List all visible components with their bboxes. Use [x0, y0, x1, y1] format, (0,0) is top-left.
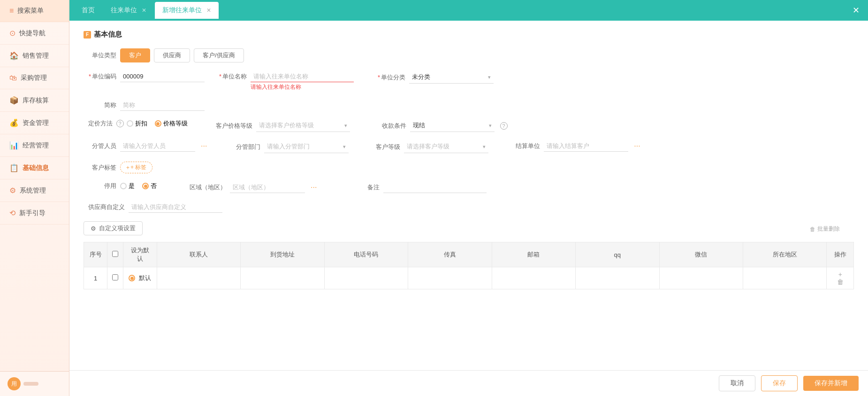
col-checkbox[interactable] — [107, 242, 123, 267]
add-row-btn[interactable]: + — [837, 271, 844, 278]
default-radio[interactable]: 默认 — [128, 274, 152, 282]
address-input[interactable] — [245, 275, 319, 282]
cell-phone[interactable] — [324, 267, 408, 289]
cell-wechat[interactable] — [659, 267, 743, 289]
form: 单位类型 客户 供应商 客户/供应商 *单位编码 — [84, 48, 854, 213]
sidebar-item-sales[interactable]: 🏠 销售管理 — [0, 45, 69, 67]
settlement-unit-label: 结算单位 — [512, 142, 540, 150]
sidebar-item-basics[interactable]: 📋 基础信息 — [0, 157, 69, 179]
remark-input[interactable] — [383, 182, 487, 193]
add-tag-btn[interactable]: + + 标签 — [120, 162, 152, 173]
select-all-checkbox[interactable] — [112, 251, 118, 257]
close-partner-new-tab[interactable]: ✕ — [206, 7, 211, 14]
pricing-help-icon[interactable]: ? — [116, 120, 124, 127]
type-both-btn[interactable]: 客户/供应商 — [194, 48, 244, 62]
unit-code-input[interactable] — [120, 71, 205, 82]
disable-row: 停用 是 否 区域（地区） ··· — [88, 182, 849, 193]
close-all-tabs[interactable]: ✕ — [849, 5, 863, 16]
short-name-input[interactable] — [120, 100, 205, 111]
payment-terms-select[interactable]: 现结 ▾ — [410, 119, 495, 132]
cell-action: + 🗑 — [827, 267, 854, 289]
disable-radio-group: 是 否 — [120, 182, 157, 190]
section-title: F 基本信息 — [84, 30, 854, 39]
col-action: 操作 — [827, 242, 854, 267]
settlement-more-btn[interactable]: ··· — [632, 142, 642, 150]
region-input[interactable] — [230, 182, 305, 193]
delete-row-btn[interactable]: 🗑 — [836, 278, 845, 286]
cell-fax[interactable] — [408, 267, 492, 289]
cell-qq[interactable] — [576, 267, 660, 289]
tab-partner-list[interactable]: 往来单位 ✕ — [103, 2, 154, 19]
customer-level-select[interactable]: 请选择客户等级 ▾ — [404, 140, 488, 153]
default-radio-circle — [129, 275, 135, 281]
phone-input[interactable] — [329, 275, 403, 282]
col-fax: 传真 — [408, 242, 492, 267]
sidebar-item-system[interactable]: ⚙ 系统管理 — [0, 179, 69, 202]
cell-contact[interactable] — [157, 267, 240, 289]
sidebar-collapse-btn[interactable] — [23, 382, 38, 386]
qq-input[interactable] — [580, 275, 655, 282]
sidebar-item-newbie[interactable]: ⟲ 新手引导 — [0, 202, 69, 225]
radio-pricelevel-circle — [155, 120, 161, 127]
row-checkbox[interactable] — [112, 274, 118, 280]
col-seq: 序号 — [84, 242, 107, 267]
table-header-row: 序号 设为默认 联系人 到货地址 电话号码 传真 邮箱 qq 微信 所在地区 操… — [84, 242, 854, 267]
sidebar-item-search[interactable]: ≡ 搜索菜单 — [0, 0, 69, 22]
cell-address[interactable] — [241, 267, 324, 289]
cell-region[interactable] — [743, 267, 827, 289]
cell-email[interactable] — [492, 267, 575, 289]
supervisor-input[interactable] — [120, 140, 195, 152]
tab-partner-list-label: 往来单位 — [111, 6, 137, 15]
custom-setting-btn[interactable]: ⚙ 自定义项设置 — [84, 221, 143, 235]
radio-pricelevel[interactable]: 价格等级 — [155, 119, 188, 128]
pricing-method-label: 定价方法 ? — [88, 119, 124, 128]
sidebar-item-inventory[interactable]: 📦 库存核算 — [0, 89, 69, 112]
type-supplier-btn[interactable]: 供应商 — [154, 48, 190, 62]
supervisor-row: 分管人员 ··· 分管部门 请输入分管部门 ▾ 客户等级 请选择客户等级 ▾ — [88, 140, 849, 153]
pricing-radio-group: 折扣 价格等级 — [127, 119, 188, 128]
region-more-btn[interactable]: ··· — [309, 183, 319, 192]
cell-checkbox[interactable] — [107, 267, 123, 289]
tab-home[interactable]: 首页 — [74, 2, 102, 19]
radio-no-circle — [142, 183, 149, 189]
sidebar-item-operations[interactable]: 📊 经营管理 — [0, 134, 69, 157]
save-button[interactable]: 保存 — [761, 375, 798, 391]
remark-label: 备注 — [351, 183, 380, 192]
close-partner-list-tab[interactable]: ✕ — [142, 7, 146, 14]
supervisor-more-btn[interactable]: ··· — [199, 142, 209, 150]
price-level-placeholder: 请选择客户价格等级 — [259, 121, 343, 130]
unit-info-row: *单位编码 *单位名称 请输入往来单位名称 *单位分类 — [88, 71, 849, 91]
supplier-custom-label: 供应商自定义 — [88, 203, 125, 211]
add-tag-icon: + — [126, 164, 129, 171]
sidebar-item-quicknav[interactable]: ⊙ 快捷导航 — [0, 22, 69, 45]
sidebar-item-label: 系统管理 — [20, 186, 46, 195]
save-new-button[interactable]: 保存并新增 — [803, 376, 859, 391]
section-title-text: 基本信息 — [94, 30, 122, 39]
settlement-unit-input[interactable] — [544, 140, 628, 152]
contact-input[interactable] — [162, 275, 236, 282]
region-label: 区域（地区） — [190, 183, 226, 192]
newbie-icon: ⟲ — [9, 209, 15, 217]
dept-select[interactable]: 请输入分管部门 ▾ — [264, 140, 349, 153]
sidebar-item-purchase[interactable]: 🛍 采购管理 — [0, 67, 69, 89]
tab-partner-new[interactable]: 新增往来单位 ✕ — [155, 2, 219, 19]
unit-name-input[interactable] — [251, 71, 354, 82]
region-table-input[interactable] — [748, 275, 822, 282]
email-input[interactable] — [497, 275, 571, 282]
radio-no[interactable]: 否 — [142, 182, 157, 190]
content-area: F 基本信息 单位类型 客户 供应商 客户/供应商 *单位 — [69, 21, 868, 370]
basics-icon: 📋 — [9, 163, 19, 172]
batch-delete-btn[interactable]: 🗑 批量删除 — [810, 225, 840, 233]
cancel-button[interactable]: 取消 — [719, 375, 755, 391]
unit-category-select[interactable]: 未分类 ▾ — [409, 71, 494, 84]
payment-help-icon[interactable]: ? — [500, 122, 508, 130]
customer-price-level-select[interactable]: 请选择客户价格等级 ▾ — [256, 119, 350, 132]
fax-input[interactable] — [413, 275, 487, 282]
supplier-custom-input[interactable] — [129, 202, 222, 213]
wechat-input[interactable] — [664, 275, 738, 282]
payment-terms-label: 收款条件 — [378, 122, 406, 130]
type-customer-btn[interactable]: 客户 — [120, 48, 150, 62]
radio-discount[interactable]: 折扣 — [127, 119, 147, 128]
sidebar-item-finance[interactable]: 💰 资金管理 — [0, 112, 69, 134]
radio-yes[interactable]: 是 — [120, 182, 135, 190]
